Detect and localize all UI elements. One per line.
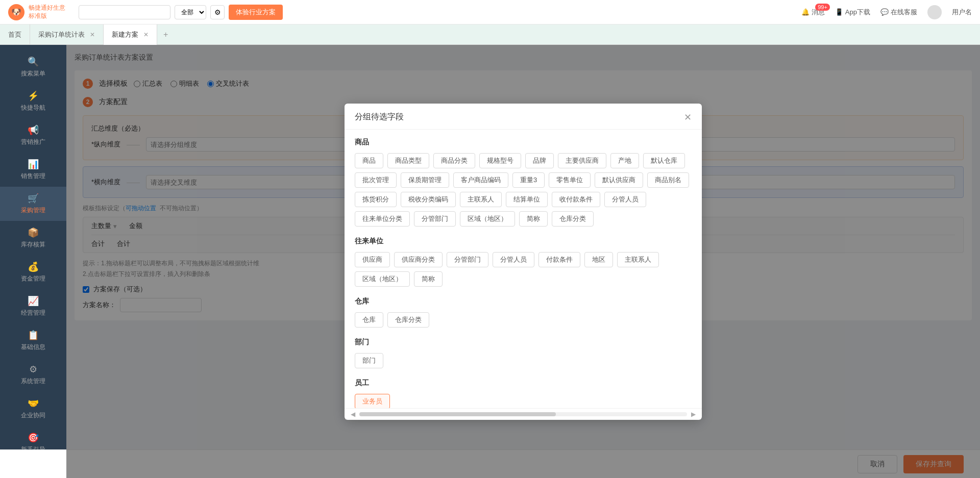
field-tag-origin[interactable]: 产地 xyxy=(610,153,639,168)
lightning-icon: ⚡ xyxy=(28,90,39,102)
field-tag-batch-mgmt[interactable]: 批次管理 xyxy=(355,172,397,188)
field-tag-warehouse-cat[interactable]: 仓库分类 xyxy=(387,312,429,328)
user-name[interactable]: 用户名 xyxy=(952,8,972,17)
field-tag-default-supplier[interactable]: 默认供应商 xyxy=(595,172,643,188)
field-tag-main-contact[interactable]: 主联系人 xyxy=(460,192,502,207)
online-service-label: 在线客服 xyxy=(891,8,917,17)
field-tag-warehouse-category[interactable]: 仓库分类 xyxy=(552,211,594,227)
sidebar-item-finance[interactable]: 💰 资金管理 xyxy=(0,255,66,289)
search-input[interactable] xyxy=(79,5,170,19)
field-tag-pick-score[interactable]: 拣货积分 xyxy=(355,192,397,207)
sidebar-item-marketing[interactable]: 📢 营销推广 xyxy=(0,118,66,153)
field-tag-mgmt-person[interactable]: 分管人员 xyxy=(493,252,534,267)
tab-add-button[interactable]: + xyxy=(157,30,174,39)
field-tag-supplier-category[interactable]: 供应商分类 xyxy=(394,252,443,267)
sidebar-item-purchase-label: 采购管理 xyxy=(21,206,45,215)
sidebar-item-sales[interactable]: 📊 销售管理 xyxy=(0,153,66,187)
scroll-right-btn[interactable]: ▶ xyxy=(691,411,696,418)
sidebar-item-inventory[interactable]: 📦 库存核算 xyxy=(0,221,66,255)
field-tag-retail-unit[interactable]: 零售单位 xyxy=(549,172,591,188)
section-product-tags: 商品 商品类型 商品分类 规格型号 品牌 主要供应商 产地 默认仓库 批次管理 … xyxy=(355,153,692,227)
field-tag-product-type[interactable]: 商品类型 xyxy=(387,153,429,168)
field-tag-supervisor[interactable]: 分管人员 xyxy=(604,192,646,207)
field-tag-spec-model[interactable]: 规格型号 xyxy=(479,153,521,168)
tab-home[interactable]: 首页 xyxy=(0,24,30,45)
field-tag-brand[interactable]: 品牌 xyxy=(525,153,554,168)
modal-body[interactable]: 商品 商品 商品类型 商品分类 规格型号 品牌 主要供应商 产地 默认仓库 批次… xyxy=(345,130,702,408)
field-tag-region[interactable]: 区域（地区） xyxy=(460,211,515,227)
tab-purchase-stat-label: 采购订单统计表 xyxy=(38,30,85,39)
section-counterpart-title: 往来单位 xyxy=(355,237,692,246)
field-tag-expiry-mgmt[interactable]: 保质期管理 xyxy=(401,172,449,188)
message-item[interactable]: 🔔 消息 99+ xyxy=(801,8,825,17)
modal-close-button[interactable]: ✕ xyxy=(684,112,692,123)
cart-icon: 🛒 xyxy=(28,193,39,204)
field-tag-alias[interactable]: 商品别名 xyxy=(647,172,689,188)
sidebar-item-system-label: 系统管理 xyxy=(21,377,45,386)
sidebar-item-purchase[interactable]: 🛒 采购管理 xyxy=(0,187,66,221)
field-tag-mgmt-dept[interactable]: 分管部门 xyxy=(447,252,488,267)
tab-new-plan[interactable]: 新建方案 ✕ xyxy=(104,24,157,45)
section-department-tags: 部门 xyxy=(355,353,692,368)
field-tag-payment-condition[interactable]: 付款条件 xyxy=(538,252,580,267)
field-tag-department[interactable]: 部门 xyxy=(355,353,383,368)
field-tag-main-supplier[interactable]: 主要供应商 xyxy=(558,153,606,168)
header-right: 🔔 消息 99+ 📱 App下载 💬 在线客服 用户名 xyxy=(801,5,972,19)
avatar[interactable] xyxy=(927,5,942,19)
field-tag-default-warehouse[interactable]: 默认仓库 xyxy=(643,153,685,168)
field-tag-weight3[interactable]: 重量3 xyxy=(512,172,545,188)
section-warehouse: 仓库 仓库 仓库分类 xyxy=(355,297,692,328)
field-tag-customer-code[interactable]: 客户商品编码 xyxy=(453,172,508,188)
field-tag-dept[interactable]: 分管部门 xyxy=(414,211,456,227)
horizontal-scrollbar[interactable] xyxy=(359,412,687,416)
section-employee: 员工 业务员 xyxy=(355,379,692,408)
field-tag-region2[interactable]: 区域（地区） xyxy=(355,271,410,287)
logo-area: 🐶 畅捷通好生意 标准版 xyxy=(8,4,75,20)
field-tag-payment-terms[interactable]: 收付款条件 xyxy=(552,192,600,207)
message-badge: 99+ xyxy=(815,4,830,11)
clipboard-icon: 📋 xyxy=(28,330,39,341)
sidebar-item-system[interactable]: ⚙ 系统管理 xyxy=(0,358,66,392)
chat-icon: 💬 xyxy=(880,8,889,16)
field-tag-main-contact2[interactable]: 主联系人 xyxy=(617,252,659,267)
tab-new-plan-close[interactable]: ✕ xyxy=(143,31,149,38)
field-tag-settlement-unit[interactable]: 结算单位 xyxy=(506,192,548,207)
field-tag-short-name[interactable]: 简称 xyxy=(519,211,548,227)
sidebar-item-quicknav[interactable]: ⚡ 快捷导航 xyxy=(0,84,66,118)
sidebar-item-marketing-label: 营销推广 xyxy=(21,138,45,146)
field-tag-short-name2[interactable]: 简称 xyxy=(414,271,443,287)
trending-icon: 📈 xyxy=(28,295,39,307)
gear-button[interactable]: ⚙ xyxy=(210,5,225,19)
sidebar-item-collab[interactable]: 🤝 企业协同 xyxy=(0,392,66,426)
scroll-left-btn[interactable]: ◀ xyxy=(351,411,355,418)
field-tag-tax-code[interactable]: 税收分类编码 xyxy=(401,192,456,207)
modal-scrollbar-row: ◀ ▶ xyxy=(345,408,702,420)
field-tag-warehouse[interactable]: 仓库 xyxy=(355,312,383,328)
field-tag-salesperson[interactable]: 业务员 xyxy=(355,394,390,408)
tab-home-label: 首页 xyxy=(8,30,21,39)
sidebar-item-search[interactable]: 🔍 搜索菜单 xyxy=(0,50,66,84)
section-employee-tags: 业务员 xyxy=(355,394,692,408)
section-employee-title: 员工 xyxy=(355,379,692,388)
sidebar-item-basic-info[interactable]: 📋 基础信息 xyxy=(0,323,66,358)
tab-purchase-stat-close[interactable]: ✕ xyxy=(90,31,95,38)
modal-title: 分组待选字段 xyxy=(355,112,404,122)
app-download-item[interactable]: 📱 App下载 xyxy=(835,8,870,17)
field-tag-product-category[interactable]: 商品分类 xyxy=(433,153,475,168)
section-department-title: 部门 xyxy=(355,338,692,347)
field-tag-counterpart-category[interactable]: 往来单位分类 xyxy=(355,211,410,227)
field-tag-product[interactable]: 商品 xyxy=(355,153,383,168)
tab-purchase-stat[interactable]: 采购订单统计表 ✕ xyxy=(30,24,104,45)
sidebar-item-sales-label: 销售管理 xyxy=(21,172,45,181)
sidebar-item-operations[interactable]: 📈 经营管理 xyxy=(0,289,66,323)
megaphone-icon: 📢 xyxy=(28,124,39,136)
main-layout: 🔍 搜索菜单 ⚡ 快捷导航 📢 营销推广 📊 销售管理 🛒 采购管理 📦 库存核… xyxy=(0,45,980,478)
field-tag-area[interactable]: 地区 xyxy=(584,252,613,267)
content-area: 采购订单统计表方案设置 1 选择模板 汇总表 明细表 交叉统计表 2 方案配置 … xyxy=(66,45,980,478)
trial-button[interactable]: 体验行业方案 xyxy=(229,5,283,20)
search-dropdown[interactable]: 全部 xyxy=(175,5,206,19)
online-service-item[interactable]: 💬 在线客服 xyxy=(880,8,917,17)
logo-icon: 🐶 xyxy=(8,4,24,20)
field-tag-supplier[interactable]: 供应商 xyxy=(355,252,390,267)
sidebar: 🔍 搜索菜单 ⚡ 快捷导航 📢 营销推广 📊 销售管理 🛒 采购管理 📦 库存核… xyxy=(0,45,66,478)
